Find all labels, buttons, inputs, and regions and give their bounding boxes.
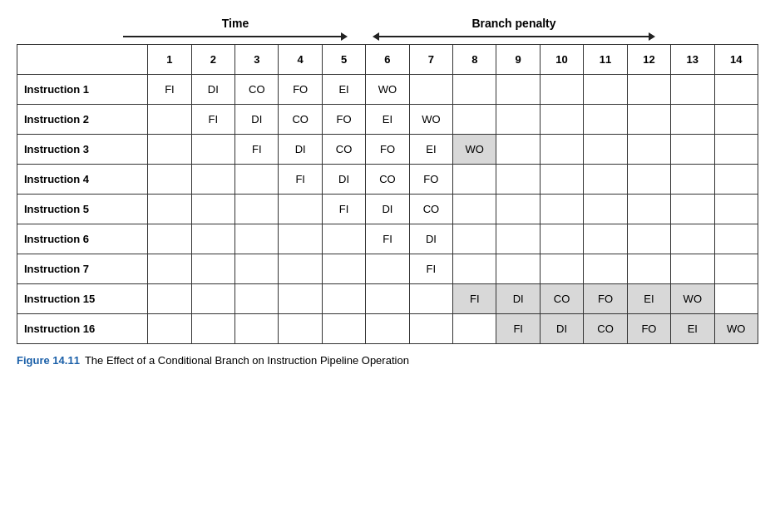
table-cell [627, 105, 670, 135]
table-row: Instruction 7FI [17, 254, 758, 284]
table-cell [584, 254, 627, 284]
col-header-10: 10 [540, 45, 583, 75]
instruction-label: Instruction 6 [17, 224, 148, 254]
table-cell [671, 105, 714, 135]
table-cell [148, 314, 191, 344]
time-arrowhead [341, 32, 348, 41]
table-cell [540, 135, 583, 165]
table-cell: FI [409, 254, 452, 284]
table-cell: FO [409, 165, 452, 195]
table-cell [540, 254, 583, 284]
table-cell [322, 254, 365, 284]
time-arrow-section: Time [123, 17, 348, 41]
table-cell [366, 254, 409, 284]
table-cell [496, 195, 540, 224]
arrows-container: Time Branch penalty [17, 17, 758, 41]
table-cell: CO [366, 165, 409, 195]
table-cell [627, 75, 670, 105]
table-cell [279, 314, 322, 344]
table-cell [148, 224, 191, 254]
table-cell: FI [366, 224, 409, 254]
table-cell [322, 284, 365, 314]
instruction-label: Instruction 7 [17, 254, 148, 284]
col-header-9: 9 [496, 45, 540, 75]
table-cell [148, 254, 191, 284]
table-cell [540, 195, 583, 224]
table-cell [322, 314, 365, 344]
table-cell [409, 314, 452, 344]
instruction-label: Instruction 4 [17, 165, 148, 195]
table-cell: FI [496, 314, 540, 344]
table-cell: DI [496, 284, 540, 314]
col-header-5: 5 [322, 45, 365, 75]
table-cell [148, 284, 191, 314]
table-cell [671, 165, 714, 195]
table-cell: CO [235, 75, 279, 105]
empty-header [17, 45, 148, 75]
table-cell [714, 254, 758, 284]
table-row: Instruction 16FIDICOFOEIWO [17, 314, 758, 344]
table-cell: FO [322, 105, 365, 135]
col-header-3: 3 [235, 45, 279, 75]
table-cell [322, 224, 365, 254]
table-cell [540, 105, 583, 135]
table-cell [366, 314, 409, 344]
table-cell [453, 224, 496, 254]
page-container: Time Branch penalty 1 2 3 4 5 [17, 17, 758, 367]
table-cell [627, 224, 670, 254]
table-cell: CO [279, 105, 322, 135]
branch-arrow-section: Branch penalty [373, 17, 655, 41]
table-cell: FI [322, 195, 365, 224]
table-cell: EI [409, 135, 452, 165]
table-cell [584, 165, 627, 195]
table-cell: DI [366, 195, 409, 224]
table-cell [235, 224, 279, 254]
table-cell [235, 195, 279, 224]
table-cell [148, 105, 191, 135]
table-row: Instruction 2FIDICOFOEIWO [17, 105, 758, 135]
table-cell [279, 224, 322, 254]
table-cell [540, 75, 583, 105]
table-cell [191, 284, 234, 314]
table-cell: FI [148, 75, 191, 105]
table-cell: FO [584, 284, 627, 314]
table-cell [496, 165, 540, 195]
table-cell: CO [584, 314, 627, 344]
instruction-label: Instruction 16 [17, 314, 148, 344]
table-cell: FO [279, 75, 322, 105]
table-cell [496, 224, 540, 254]
table-cell [148, 195, 191, 224]
table-cell [235, 165, 279, 195]
table-cell: WO [714, 314, 758, 344]
col-header-2: 2 [191, 45, 234, 75]
col-header-11: 11 [584, 45, 627, 75]
figure-caption: Figure 14.11 The Effect of a Conditional… [17, 354, 758, 367]
table-row: Instruction 15FIDICOFOEIWO [17, 284, 758, 314]
table-cell [714, 224, 758, 254]
table-row: Instruction 1FIDICOFOEIWO [17, 75, 758, 105]
table-cell [453, 314, 496, 344]
table-cell: FI [191, 105, 234, 135]
table-cell: DI [540, 314, 583, 344]
table-cell [714, 75, 758, 105]
table-cell [235, 254, 279, 284]
table-cell [671, 254, 714, 284]
table-cell [409, 284, 452, 314]
table-cell [584, 224, 627, 254]
table-cell [366, 284, 409, 314]
table-cell [627, 254, 670, 284]
table-cell [671, 75, 714, 105]
table-cell [627, 165, 670, 195]
time-arrow [123, 32, 348, 41]
table-cell: CO [322, 135, 365, 165]
table-cell [191, 314, 234, 344]
table-cell [584, 105, 627, 135]
col-header-13: 13 [671, 45, 714, 75]
table-cell [714, 284, 758, 314]
table-cell: FI [453, 284, 496, 314]
time-shaft [123, 36, 341, 37]
table-cell [279, 284, 322, 314]
instruction-label: Instruction 3 [17, 135, 148, 165]
table-cell: DI [322, 165, 365, 195]
table-cell [148, 165, 191, 195]
